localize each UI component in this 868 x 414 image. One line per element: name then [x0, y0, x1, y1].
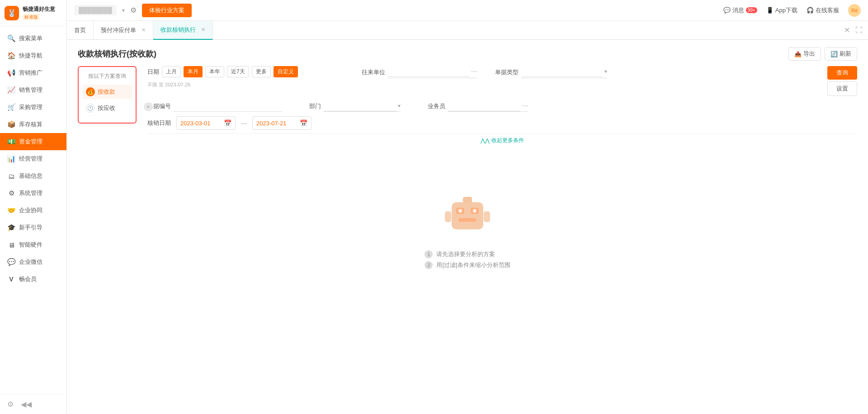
staff-input[interactable] — [448, 100, 520, 111]
settings-button[interactable]: 设置 — [827, 81, 857, 96]
receivable-icon: 🕐 — [86, 104, 95, 113]
date-btn-last-month[interactable]: 上月 — [162, 66, 181, 77]
verify-end-cal-icon[interactable]: 📅 — [300, 119, 307, 127]
close-all-icon[interactable]: ✕ — [844, 26, 850, 34]
sidebar-item-marketing[interactable]: 📢 营销推广 — [0, 64, 66, 81]
svg-rect-8 — [484, 211, 490, 222]
tab-home-label: 首页 — [74, 26, 86, 34]
date-btn-more[interactable]: 更多 — [252, 66, 271, 77]
sidebar-label-operations: 经营管理 — [19, 155, 42, 163]
tip-1-text: 请先选择要分析的方案 — [436, 250, 495, 258]
message-button[interactable]: 💬 消息 99+ — [723, 6, 757, 14]
docno-input[interactable] — [174, 101, 282, 112]
solution-button[interactable]: 体验行业方案 — [142, 4, 192, 17]
verify-start-field[interactable] — [180, 120, 221, 127]
sidebar-item-sales[interactable]: 📈 销售管理 — [0, 81, 66, 99]
dept-chevron-icon: ▾ — [398, 103, 401, 109]
dept-filter: 部门 ▾ — [309, 100, 401, 112]
tab-verify-close-icon[interactable]: ✕ — [201, 27, 205, 33]
export-button[interactable]: 📤 导出 — [788, 47, 821, 61]
download-icon: 📱 — [766, 7, 774, 14]
date-btn-custom[interactable]: 自定义 — [274, 66, 298, 77]
settings-icon[interactable]: ⚙ — [7, 400, 14, 409]
basic-info-icon: 🗂 — [7, 172, 15, 180]
service-icon: 🎧 — [807, 7, 814, 14]
filter-row-3: 核销日期 📅 — 📅 — [147, 116, 857, 130]
operations-icon: 📊 — [7, 155, 15, 163]
user-menu[interactable]: Rit — [848, 4, 861, 17]
verify-end-field[interactable] — [256, 120, 297, 127]
date-btn-7days[interactable]: 近7天 — [227, 66, 249, 77]
wechat-icon: 💬 — [7, 258, 15, 266]
collapse-more-button[interactable]: ⋀⋀ 收起更多条件 — [147, 133, 857, 147]
filter-sidebar-title: 按以下方案查询 — [82, 72, 132, 80]
doc-type-filter: 单据类型 ▾ — [495, 66, 607, 78]
sidebar-item-basic-info[interactable]: 🗂 基础信息 — [0, 167, 66, 185]
expand-icon[interactable]: ⛶ — [855, 26, 863, 34]
date-btn-this-year[interactable]: 本年 — [205, 66, 224, 77]
svg-rect-0 — [452, 202, 483, 229]
edition-badge: 标准版 — [23, 14, 40, 20]
sidebar-item-member[interactable]: V 畅会员 — [0, 271, 66, 288]
sidebar-label-shortcut: 快捷导航 — [19, 52, 42, 60]
query-button[interactable]: 查询 — [827, 66, 857, 80]
tab-verify-label: 收款核销执行 — [160, 26, 196, 34]
verify-date-end-input[interactable]: 📅 — [252, 116, 311, 130]
date-btn-this-month[interactable]: 本月 — [184, 66, 203, 77]
counterpart-dots[interactable]: ··· — [471, 67, 477, 76]
sidebar-item-collab[interactable]: 🤝 企业协同 — [0, 202, 66, 219]
user-avatar: Rit — [848, 4, 861, 17]
counterpart-filter: 往来单位 ··· — [362, 66, 477, 78]
collapse-sidebar-icon[interactable]: ◀◀ — [21, 400, 32, 409]
refresh-button[interactable]: 🔄 刷新 — [825, 47, 857, 61]
sidebar-logo: 🐰 畅捷通好生意 标准版 — [0, 0, 66, 26]
verify-start-cal-icon[interactable]: 📅 — [224, 119, 231, 127]
counterpart-label: 往来单位 — [362, 68, 385, 76]
header-app-name: ████████ — [74, 5, 117, 15]
sidebar-item-guide[interactable]: 🎓 新手引导 — [0, 219, 66, 236]
message-icon: 💬 — [723, 7, 731, 14]
sidebar-item-inventory[interactable]: 📦 库存核算 — [0, 116, 66, 133]
tab-prepay[interactable]: 预付冲应付单 ✕ — [94, 21, 153, 40]
svg-point-4 — [458, 209, 462, 213]
logo-text-block: 畅捷通好生意 标准版 — [23, 5, 55, 20]
sidebar-label-member: 畅会员 — [19, 275, 37, 283]
filter-option-by-receivable[interactable]: 🕐 按应收 — [82, 101, 132, 115]
sidebar-nav: 🔍 搜索菜单 🏠 快捷导航 📢 营销推广 📈 销售管理 🛒 采购管理 📦 库存核… — [0, 26, 66, 394]
verify-date-start-input[interactable]: 📅 — [176, 116, 236, 130]
tip-2-text: 用[过滤]条件来缩小分析范围 — [436, 261, 510, 269]
svg-rect-6 — [463, 197, 472, 203]
sidebar-item-system[interactable]: ⚙ 系统管理 — [0, 185, 66, 202]
sidebar-label-search: 搜索菜单 — [19, 34, 42, 43]
tab-prepay-close-icon[interactable]: ✕ — [142, 27, 146, 33]
doc-type-select[interactable] — [521, 66, 603, 77]
sidebar-label-purchase: 采购管理 — [19, 103, 42, 111]
sidebar-item-shortcut[interactable]: 🏠 快捷导航 — [0, 47, 66, 64]
header-gear-icon[interactable]: ⚙ — [130, 6, 137, 14]
online-service-button[interactable]: 🎧 在线客服 — [807, 6, 839, 14]
counterpart-input[interactable] — [388, 66, 469, 77]
sidebar-item-search[interactable]: 🔍 搜索菜单 — [0, 30, 66, 47]
collapse-filter-button[interactable]: « — [144, 102, 153, 111]
dept-select[interactable] — [324, 100, 396, 111]
sidebar-item-finance[interactable]: 💵 资金管理 — [0, 133, 66, 150]
tab-home[interactable]: 首页 — [67, 21, 94, 40]
app-download-button[interactable]: 📱 App下载 — [766, 6, 797, 14]
sidebar-item-hardware[interactable]: 🖥 智能硬件 — [0, 236, 66, 253]
system-icon: ⚙ — [7, 189, 15, 197]
receipt-icon: 💰 — [86, 87, 95, 96]
sidebar-item-wechat[interactable]: 💬 企业微信 — [0, 253, 66, 271]
staff-dots[interactable]: ··· — [522, 102, 528, 110]
date-filter-group: 日期 上月 本月 本年 近7天 更多 自定义 不限 至 2023-07-26 — [147, 66, 344, 88]
verify-date-label: 核销日期 — [147, 119, 171, 127]
page-header-actions: 📤 导出 🔄 刷新 — [788, 47, 857, 61]
sidebar-item-operations[interactable]: 📊 经营管理 — [0, 150, 66, 167]
empty-illustration — [440, 189, 495, 243]
tab-verify[interactable]: 收款核销执行 ✕ — [153, 21, 213, 40]
robot-container — [440, 189, 495, 243]
sidebar-label-inventory: 库存核算 — [19, 120, 42, 128]
sidebar-label-system: 系统管理 — [19, 189, 42, 197]
filter-option-by-receipt[interactable]: 💰 按收款 — [82, 85, 132, 99]
sidebar-item-purchase[interactable]: 🛒 采购管理 — [0, 99, 66, 116]
doc-type-label: 单据类型 — [495, 68, 519, 76]
